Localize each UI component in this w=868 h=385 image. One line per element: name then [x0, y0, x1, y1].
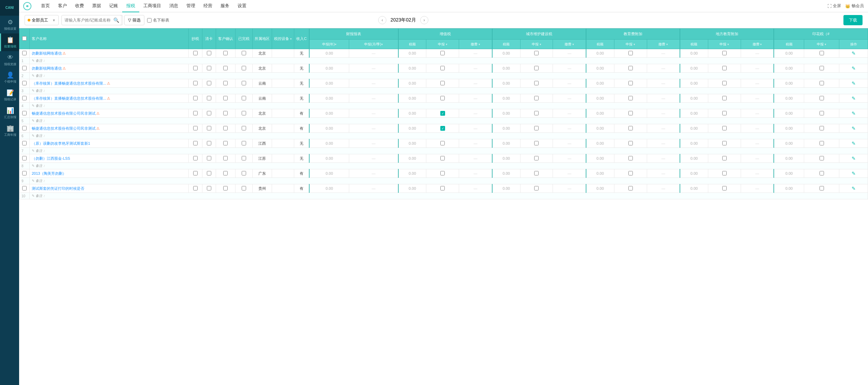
yiwanshui-checkbox[interactable]	[242, 111, 246, 115]
jy-shenbao-checkbox[interactable]	[628, 51, 633, 55]
qingka-checkbox[interactable]	[207, 81, 211, 85]
yiwanshui-checkbox[interactable]	[242, 66, 246, 70]
qingka-cell[interactable]	[202, 64, 216, 73]
qingka-cell[interactable]	[202, 169, 216, 178]
row-checkbox-cell[interactable]	[19, 64, 30, 73]
df-shenbao-checkbox[interactable]	[722, 66, 727, 70]
jy-shenbao-checkbox[interactable]	[628, 111, 633, 115]
ys-shenbao-checkbox[interactable]	[820, 81, 824, 85]
pencil-icon[interactable]: ✎	[32, 194, 34, 198]
city-shenbao-cell[interactable]	[520, 139, 553, 148]
yiwanshui-checkbox[interactable]	[242, 51, 246, 55]
jy-shenbao-checkbox[interactable]	[628, 141, 633, 145]
jy-shenbao-cell[interactable]	[614, 139, 647, 148]
row-checkbox[interactable]	[22, 81, 27, 85]
sidebar-item-gongshe-nian[interactable]: 🏢 工商年报	[0, 122, 19, 140]
jy-shenbao-cell[interactable]	[614, 184, 647, 193]
yiwanshui-cell[interactable]	[235, 169, 252, 178]
qingka-cell[interactable]	[202, 184, 216, 193]
jy-shenbao-cell[interactable]	[614, 94, 647, 103]
qingka-checkbox[interactable]	[207, 126, 211, 130]
nav-home[interactable]: 首页	[37, 0, 54, 12]
chaoshui-checkbox[interactable]	[193, 156, 198, 160]
remark-content-cell[interactable]: ✎备注：	[30, 103, 868, 109]
ys-caozuo-cell[interactable]: ✎	[839, 124, 868, 133]
queren-checkbox[interactable]	[223, 81, 228, 85]
yiwanshui-checkbox[interactable]	[242, 186, 246, 190]
customer-name-link[interactable]: 勿删新锐网络通信	[32, 51, 62, 55]
ys-shenbao-cell[interactable]	[804, 184, 839, 193]
remark-content-cell[interactable]: ✎备注：	[30, 178, 868, 184]
city-shenbao-checkbox[interactable]	[534, 156, 539, 160]
qingka-checkbox[interactable]	[207, 66, 211, 70]
queren-checkbox[interactable]	[223, 111, 228, 115]
yiwanshui-checkbox[interactable]	[242, 96, 246, 100]
ys-caozuo-cell[interactable]: ✎	[839, 49, 868, 58]
ys-shenbao-cell[interactable]	[804, 64, 839, 73]
yiwanshui-checkbox[interactable]	[242, 156, 246, 160]
df-shenbao-checkbox[interactable]	[722, 156, 727, 160]
member-btn[interactable]: 👑 畅会员	[845, 3, 864, 9]
ys-caozuo-cell[interactable]: ✎	[839, 169, 868, 178]
chaoshui-checkbox[interactable]	[193, 126, 198, 130]
row-checkbox[interactable]	[22, 111, 27, 115]
edit-icon[interactable]: ✎	[852, 141, 856, 146]
yiwanshui-cell[interactable]	[235, 184, 252, 193]
chaoshui-checkbox[interactable]	[193, 66, 198, 70]
ys-shenbao-cell[interactable]	[804, 139, 839, 148]
qingka-cell[interactable]	[202, 79, 216, 88]
customer-name-link[interactable]: 2013（陶美芳勿删）	[32, 171, 66, 175]
yiwanshui-cell[interactable]	[235, 49, 252, 58]
zz-shenbao-checkbox[interactable]	[440, 66, 445, 70]
edit-icon[interactable]: ✎	[852, 186, 856, 191]
chaoshui-checkbox[interactable]	[193, 141, 198, 145]
queren-checkbox[interactable]	[223, 156, 228, 160]
customer-name-link[interactable]: （库存核算）直播畅捷通信息技术股份有限...	[32, 96, 106, 100]
df-shenbao-cell[interactable]	[708, 169, 741, 178]
ys-caozuo-cell[interactable]: ✎	[839, 139, 868, 148]
queren-checkbox[interactable]	[223, 126, 228, 130]
zz-shenbao-cell[interactable]	[426, 169, 459, 178]
qingka-cell[interactable]	[202, 124, 216, 133]
remark-content-cell[interactable]: ✎备注：	[30, 148, 868, 154]
zz-shenbao-cell[interactable]	[426, 49, 459, 58]
city-shenbao-cell[interactable]	[520, 124, 553, 133]
sidebar-item-huizong[interactable]: 📊 汇总弥报	[0, 104, 19, 122]
zz-shenbao-checkbox[interactable]	[440, 96, 445, 100]
df-shenbao-cell[interactable]	[708, 49, 741, 58]
customer-name-link[interactable]: 畅捷通信息技术股份有限公司民非测试	[32, 126, 96, 130]
chaoshui-cell[interactable]	[188, 64, 202, 73]
row-checkbox[interactable]	[22, 96, 27, 100]
row-checkbox-cell[interactable]	[19, 49, 30, 58]
queren-cell[interactable]	[216, 64, 235, 73]
sidebar-item-baoshui-jilu[interactable]: 📝 报税记录	[0, 86, 19, 104]
ys-shenbao-checkbox[interactable]	[820, 156, 824, 160]
nav-fuwu[interactable]: 服务	[216, 0, 233, 12]
df-shenbao-checkbox[interactable]	[722, 126, 727, 130]
download-button[interactable]: 下载	[843, 15, 863, 25]
row-checkbox-cell[interactable]	[19, 169, 30, 178]
city-shenbao-cell[interactable]	[520, 49, 553, 58]
row-checkbox[interactable]	[22, 186, 27, 190]
df-shenbao-cell[interactable]	[708, 124, 741, 133]
customer-name-link[interactable]: 测试斯套的凭证打印的时候是否	[32, 186, 84, 190]
qingka-cell[interactable]	[202, 139, 216, 148]
df-shenbao-cell[interactable]	[708, 154, 741, 163]
edit-icon[interactable]: ✎	[852, 111, 856, 116]
chaoshui-cell[interactable]	[188, 154, 202, 163]
zz-shenbao-checkbox[interactable]	[440, 51, 445, 55]
qingka-checkbox[interactable]	[207, 51, 211, 55]
ys-shenbao-cell[interactable]	[804, 109, 839, 118]
ys-shenbao-cell[interactable]	[804, 79, 839, 88]
row-checkbox[interactable]	[22, 66, 27, 70]
pencil-icon[interactable]: ✎	[32, 179, 34, 183]
city-shenbao-checkbox[interactable]	[534, 51, 539, 55]
yiwanshui-checkbox[interactable]	[242, 126, 246, 130]
ys-caozuo-cell[interactable]: ✎	[839, 94, 868, 103]
remark-content-cell[interactable]: ✎备注：	[30, 118, 868, 124]
row-checkbox[interactable]	[22, 126, 27, 130]
queren-cell[interactable]	[216, 169, 235, 178]
jy-shenbao-checkbox[interactable]	[628, 96, 633, 100]
df-shenbao-checkbox[interactable]	[722, 81, 727, 85]
pencil-icon[interactable]: ✎	[32, 59, 34, 62]
